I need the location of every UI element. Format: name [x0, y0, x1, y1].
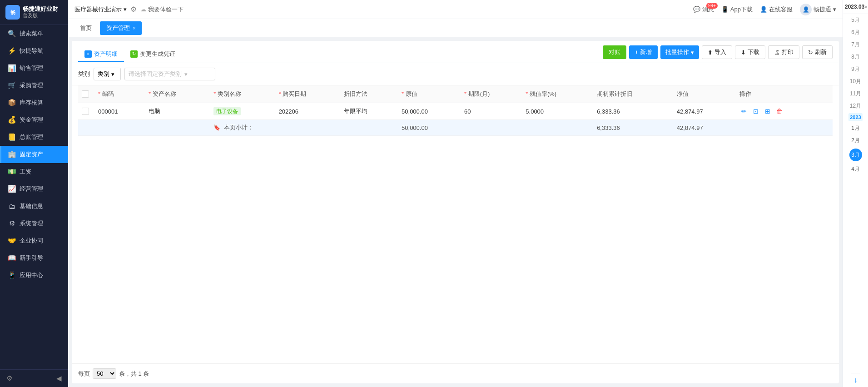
import-button[interactable]: ⬆ 导入: [702, 45, 732, 59]
subtotal-initial-accumulated: 6,333.36: [593, 120, 673, 136]
row-select-checkbox[interactable]: [82, 108, 89, 115]
subtab-voucher[interactable]: ↻ 变更生成凭证: [124, 47, 182, 62]
subtotal-label: 🔖 本页小计：: [210, 120, 398, 136]
rp-month-8[interactable]: 8月: [843, 51, 868, 63]
subtab-asset-detail[interactable]: ≡ 资产明细: [78, 47, 124, 62]
settings-icon[interactable]: ⚙: [6, 374, 12, 382]
rp-footer[interactable]: ↓: [851, 373, 860, 387]
rp-month-5[interactable]: 5月: [843, 14, 868, 26]
sidebar-item-label: 经营管理: [20, 185, 43, 193]
rp-header: 2023.03 × ⤢: [843, 0, 868, 14]
row-actions: ✏ ⊡ ⊞ 🗑: [736, 103, 833, 120]
online-service-button[interactable]: 👤 在线客服: [760, 5, 793, 14]
sidebar-item-guide[interactable]: 📖 新手引导: [0, 249, 68, 267]
tab-asset-management[interactable]: 资产管理 ×: [100, 21, 142, 35]
try-label: 我要体验一下: [148, 5, 184, 14]
right-panel: 2023.03 × ⤢ 5月 6月 7月 8月 9月 10月 11月 12月 2…: [843, 0, 868, 387]
sidebar-item-system[interactable]: ⚙ 系统管理: [0, 215, 68, 232]
print-button[interactable]: 🖨 打印: [768, 45, 799, 59]
user-menu[interactable]: 👤 畅捷通 ▾: [800, 4, 836, 15]
guide-icon: 📖: [8, 254, 16, 262]
sidebar-item-label: 系统管理: [20, 219, 43, 228]
header-checkbox: [78, 85, 94, 103]
sidebar-item-inventory[interactable]: 📦 库存核算: [0, 94, 68, 111]
subtotal-empty4: [461, 120, 522, 136]
header-net-value: 净值: [673, 85, 736, 103]
refresh-button[interactable]: ↻ 刷新: [802, 45, 833, 59]
category-select[interactable]: 类别 ▾: [94, 68, 121, 80]
new-button[interactable]: + 新增: [629, 45, 658, 59]
row-original-value: 50,000.00: [398, 103, 461, 120]
table-row: 000001 电脑 电子设备 202206 年限平均 50,000.00 60 …: [78, 103, 833, 120]
rp-month-7[interactable]: 7月: [843, 39, 868, 51]
rp-month-4[interactable]: 4月: [843, 163, 868, 175]
sidebar-item-ledger[interactable]: 📒 总账管理: [0, 129, 68, 146]
gear-icon[interactable]: ⚙: [130, 5, 137, 14]
reconcile-button[interactable]: 对账: [603, 45, 626, 59]
download-button[interactable]: ⬇ 下载: [735, 45, 765, 59]
row-residual-rate: 5.0000: [522, 103, 593, 120]
tab-home[interactable]: 首页: [74, 21, 98, 35]
online-service-label: 在线客服: [769, 5, 793, 14]
sidebar-item-label: 快捷导航: [20, 47, 43, 55]
rp-month-10[interactable]: 10月: [843, 75, 868, 88]
sidebar-item-search[interactable]: 🔍 搜索菜单: [0, 25, 68, 42]
sidebar-item-payroll[interactable]: 💵 工资: [0, 163, 68, 180]
rp-current-section: 1月 2月 3月 4月: [843, 122, 868, 175]
copy-icon[interactable]: ⊡: [751, 107, 760, 116]
sidebar-item-operations[interactable]: 📈 经营管理: [0, 180, 68, 198]
rp-year-label: 2023.03: [845, 4, 864, 10]
sidebar-item-fixed-assets[interactable]: 🏢 固定资产: [0, 146, 68, 163]
row-checkbox: [78, 103, 94, 120]
user-name: 畅捷通: [813, 5, 831, 14]
more-icon[interactable]: ⊞: [763, 107, 772, 116]
inventory-icon: 📦: [8, 99, 16, 107]
subtotal-original-value: 50,000.00: [398, 120, 461, 136]
voucher-icon: ↻: [130, 50, 138, 58]
delete-icon[interactable]: 🗑: [775, 107, 784, 116]
rp-month-9[interactable]: 9月: [843, 63, 868, 75]
try-icon: ☁: [140, 6, 146, 13]
sidebar-item-enterprise[interactable]: 🤝 企业协同: [0, 232, 68, 249]
rp-month-6[interactable]: 6月: [843, 26, 868, 39]
select-all-checkbox[interactable]: [82, 90, 89, 98]
category-input[interactable]: 请选择固定资产类别 ▾: [124, 68, 215, 80]
message-icon: 💬: [693, 6, 700, 13]
app-download-button[interactable]: 📱 App下载: [721, 5, 753, 14]
sidebar-item-app-center[interactable]: 📱 应用中心: [0, 267, 68, 284]
download-icon: ⬇: [741, 49, 746, 56]
rp-month-11[interactable]: 11月: [843, 88, 868, 100]
quick-nav-icon: ⚡: [8, 47, 16, 55]
purchase-icon: 🛒: [8, 81, 16, 89]
sidebar-item-basic-info[interactable]: 🗂 基础信息: [0, 198, 68, 215]
sidebar-item-sales[interactable]: 📊 销售管理: [0, 60, 68, 77]
rp-month-3-active[interactable]: 3月: [849, 149, 862, 161]
rp-month-1[interactable]: 1月: [843, 122, 868, 134]
logo-icon: 畅: [5, 5, 20, 20]
edit-icon[interactable]: ✏: [739, 107, 749, 116]
subtotal-net-value: 42,874.97: [673, 120, 736, 136]
try-button[interactable]: ☁ 我要体验一下: [140, 5, 184, 14]
per-page-select[interactable]: 50 100 200: [93, 368, 116, 379]
message-button[interactable]: 💬 消息 99+: [693, 5, 714, 14]
sidebar-bottom: ⚙ ◀: [0, 369, 68, 387]
search-icon: 🔍: [8, 30, 16, 38]
sidebar-item-funds[interactable]: 💰 资金管理: [0, 111, 68, 129]
tab-close-icon[interactable]: ×: [133, 25, 135, 31]
app-download-label: App下载: [730, 5, 753, 14]
sidebar-item-purchase[interactable]: 🛒 采购管理: [0, 77, 68, 94]
rp-month-12[interactable]: 12月: [843, 100, 868, 112]
refresh-icon: ↻: [808, 49, 813, 56]
rp-down-icon: ↓: [854, 376, 858, 384]
filterbar: 类别 类别 ▾ 请选择固定资产类别 ▾: [72, 63, 839, 85]
company-selector[interactable]: 医疗器械行业演示 ▾: [74, 5, 127, 14]
batch-button[interactable]: 批量操作 ▾: [660, 45, 699, 59]
main-content: 医疗器械行业演示 ▾ ⚙ ☁ 我要体验一下 💬 消息 99+ 📱 App下载 👤…: [68, 0, 843, 387]
sidebar-logo: 畅 畅捷通好业财 普及版: [0, 0, 68, 25]
sidebar-item-quick-nav[interactable]: ⚡ 快捷导航: [0, 42, 68, 60]
rp-month-2[interactable]: 2月: [843, 134, 868, 147]
collapse-icon[interactable]: ◀: [56, 374, 62, 382]
header-name: 资产名称: [145, 85, 210, 103]
subtoolbar: ≡ 资产明细 ↻ 变更生成凭证 对账 + 新增 批量操作 ▾ ⬆: [72, 41, 839, 63]
select-chevron-icon: ▾: [111, 71, 114, 78]
